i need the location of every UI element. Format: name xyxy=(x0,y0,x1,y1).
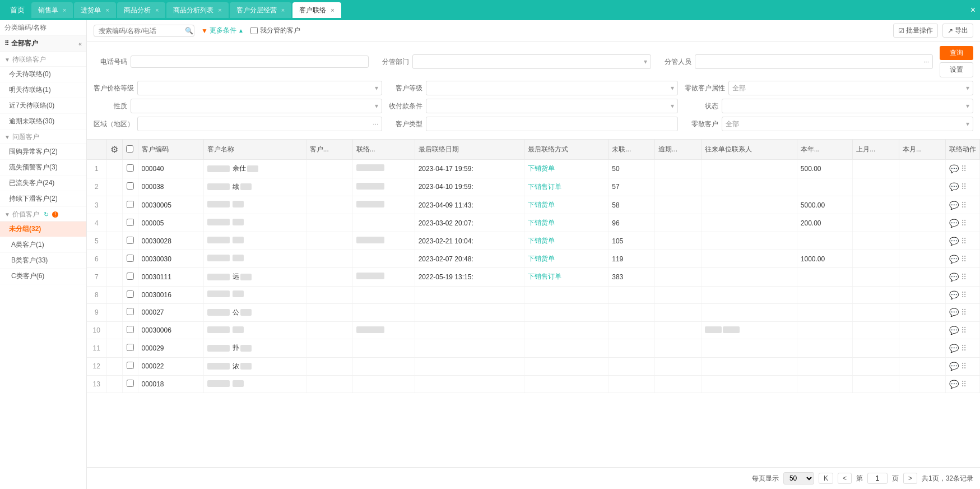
close-icon[interactable]: × xyxy=(105,7,109,13)
sidebar-search-input[interactable] xyxy=(4,24,87,31)
sidebar-item-churn-warning[interactable]: 流失预警客户(3) xyxy=(0,160,86,176)
row-checkbox[interactable] xyxy=(127,219,134,226)
row-checkbox[interactable] xyxy=(127,182,134,190)
refresh-icon[interactable]: ↻ xyxy=(44,211,49,218)
retail-attr-select[interactable]: 全部 ▾ xyxy=(728,81,973,95)
sidebar-item-class-a[interactable]: A类客户(1) xyxy=(0,237,86,253)
sidebar-item-declining[interactable]: 持续下滑客户(2) xyxy=(0,191,86,207)
more-icon[interactable]: ⠿ xyxy=(961,344,967,353)
message-icon[interactable]: 💬 xyxy=(949,344,959,353)
message-icon[interactable]: 💬 xyxy=(949,182,959,191)
row-checkbox[interactable] xyxy=(127,255,134,262)
nav-tab-customer-segment[interactable]: 客户分层经营 × xyxy=(230,2,291,18)
more-icon[interactable]: ⠿ xyxy=(961,182,967,191)
last-method-link[interactable]: 下销货单 xyxy=(528,201,555,209)
more-icon[interactable]: ⠿ xyxy=(961,362,967,371)
message-icon[interactable]: 💬 xyxy=(949,362,959,371)
message-icon[interactable]: 💬 xyxy=(949,219,959,228)
my-customers-checkbox[interactable]: 我分管的客户 xyxy=(250,26,300,35)
sidebar-item-tomorrow[interactable]: 明天待联络(1) xyxy=(0,82,86,98)
last-method-link[interactable]: 下销货单 xyxy=(528,219,555,227)
sidebar-item-churned[interactable]: 已流失客户(24) xyxy=(0,176,86,191)
row-checkbox[interactable] xyxy=(127,362,134,369)
row-checkbox[interactable] xyxy=(127,380,134,387)
message-icon[interactable]: 💬 xyxy=(949,273,959,282)
message-icon[interactable]: 💬 xyxy=(949,164,959,173)
row-checkbox[interactable] xyxy=(127,273,134,280)
more-icon[interactable]: ⠿ xyxy=(961,273,967,282)
close-icon[interactable]: × xyxy=(331,7,334,13)
last-method-link[interactable]: 下销售订单 xyxy=(528,273,561,280)
batch-operation-button[interactable]: ☑ 批量操作 xyxy=(893,24,938,38)
sidebar-item-overdue[interactable]: 逾期未联络(30) xyxy=(0,114,86,130)
row-checkbox[interactable] xyxy=(127,326,134,333)
more-icon[interactable]: ⠿ xyxy=(961,326,967,335)
nav-tab-sales[interactable]: 销售单 × xyxy=(31,2,73,18)
last-method-link[interactable]: 下销货单 xyxy=(528,237,555,245)
my-customers-check[interactable] xyxy=(250,27,258,34)
message-icon[interactable]: 💬 xyxy=(949,380,959,389)
close-icon[interactable]: × xyxy=(155,7,159,13)
close-icon[interactable]: × xyxy=(63,7,66,13)
sidebar-item-7days[interactable]: 近7天待联络(0) xyxy=(0,98,86,114)
pay-select[interactable]: ▾ xyxy=(426,99,677,113)
close-all-button[interactable]: × xyxy=(970,5,976,15)
row-checkbox[interactable] xyxy=(127,164,134,172)
more-icon[interactable]: ⠿ xyxy=(961,164,967,173)
filter-search-icon[interactable]: 🔍 xyxy=(185,27,193,35)
sidebar-item-abnormal[interactable]: 囤购异常客户(2) xyxy=(0,144,86,160)
row-checkbox[interactable] xyxy=(127,308,134,315)
nav-home[interactable]: 首页 xyxy=(4,3,30,17)
more-icon[interactable]: ⠿ xyxy=(961,255,967,264)
last-method-link[interactable]: 下销货单 xyxy=(528,164,555,172)
export-button[interactable]: ↗ 导出 xyxy=(942,24,973,38)
query-button[interactable]: 查询 xyxy=(940,46,973,60)
customer-type-select[interactable] xyxy=(426,117,677,131)
message-icon[interactable]: 💬 xyxy=(949,290,959,299)
reset-button[interactable]: 设置 xyxy=(940,62,973,77)
more-icon[interactable]: ⠿ xyxy=(961,219,967,228)
more-conditions-button[interactable]: ▼ 更多条件 ▲ xyxy=(201,26,244,35)
customer-level-select[interactable]: ▾ xyxy=(426,81,677,95)
row-checkbox[interactable] xyxy=(127,237,134,244)
message-icon[interactable]: 💬 xyxy=(949,201,959,210)
retail-customer-select[interactable]: 全部 ▾ xyxy=(722,117,973,131)
more-icon[interactable]: ⠿ xyxy=(961,237,967,246)
row-checkbox[interactable] xyxy=(127,201,134,208)
dept-select[interactable]: ▾ xyxy=(412,54,651,69)
close-icon[interactable]: × xyxy=(218,7,221,13)
nav-tab-analysis[interactable]: 商品分析 × xyxy=(117,2,165,18)
all-customers-header[interactable]: ⠿ 全部客户 « xyxy=(0,35,86,52)
sidebar-item-class-c[interactable]: C类客户(6) xyxy=(0,269,86,284)
row-checkbox[interactable] xyxy=(127,290,134,298)
price-level-select[interactable]: ▾ xyxy=(137,81,382,95)
last-method-link[interactable]: 下销货单 xyxy=(528,255,555,262)
message-icon[interactable]: 💬 xyxy=(949,255,959,264)
next-page-button[interactable]: > xyxy=(903,473,917,484)
nav-tab-analysis-list[interactable]: 商品分析列表 × xyxy=(166,2,228,18)
nav-tab-customer-contact[interactable]: 客户联络 × xyxy=(292,2,341,18)
message-icon[interactable]: 💬 xyxy=(949,326,959,335)
more-icon[interactable]: ⠿ xyxy=(961,380,967,389)
more-icon[interactable]: ⠿ xyxy=(961,201,967,210)
status-select[interactable]: ▾ xyxy=(722,99,973,113)
settings-icon[interactable]: ⚙ xyxy=(110,144,119,155)
last-method-link[interactable]: 下销售订单 xyxy=(528,183,561,191)
row-checkbox[interactable] xyxy=(127,344,134,351)
message-icon[interactable]: 💬 xyxy=(949,308,959,317)
more-icon[interactable]: ⠿ xyxy=(961,308,967,317)
staff-select[interactable]: ··· xyxy=(695,54,933,69)
filter-search-input[interactable] xyxy=(99,27,183,35)
page-number-input[interactable] xyxy=(867,473,888,484)
sidebar-item-no-group[interactable]: 未分组(32) xyxy=(0,222,86,237)
close-icon[interactable]: × xyxy=(281,7,285,13)
sidebar-item-today[interactable]: 今天待联络(0) xyxy=(0,67,86,82)
more-icon[interactable]: ⠿ xyxy=(961,290,967,299)
region-select[interactable]: ··· xyxy=(137,117,382,131)
sidebar-item-class-b[interactable]: B类客户(33) xyxy=(0,253,86,269)
check-all[interactable] xyxy=(126,145,133,153)
phone-input[interactable] xyxy=(131,56,369,68)
page-size-select[interactable]: 50 20 100 xyxy=(783,472,814,485)
first-page-button[interactable]: K xyxy=(819,473,833,484)
nav-tab-purchase[interactable]: 进货单 × xyxy=(74,2,115,18)
